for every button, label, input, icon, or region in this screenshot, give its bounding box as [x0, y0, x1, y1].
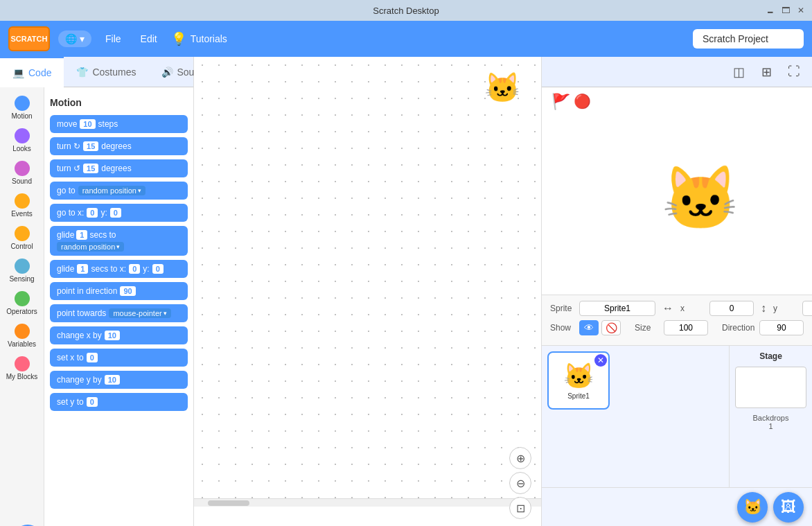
stage-view-small-button[interactable]: ◫	[727, 61, 750, 83]
sprite-card-image: 🐱	[563, 362, 594, 391]
fullscreen-button[interactable]: ⛶	[783, 61, 805, 83]
variables-label: Variables	[8, 340, 36, 348]
sprite-properties: Sprite ↔ x ↕ y Show 👁 🚫 Size Direction	[542, 295, 812, 346]
sprite-direction-input[interactable]	[759, 320, 804, 335]
tab-costumes[interactable]: 👕 Costumes	[64, 57, 148, 87]
direction-label: Direction	[722, 323, 752, 333]
small-stage-icon: ◫	[733, 64, 745, 80]
zoom-out-button[interactable]: ⊖	[509, 472, 531, 494]
looks-dot	[15, 128, 30, 143]
sidebar-item-looks[interactable]: Looks	[2, 125, 42, 155]
file-menu-button[interactable]: File	[100, 30, 127, 47]
sensing-dot	[15, 258, 30, 274]
sidebar-item-operators[interactable]: Operators	[2, 288, 42, 318]
control-dot	[15, 226, 30, 241]
show-label: Show	[550, 323, 572, 333]
block-goto-rand[interactable]: go to random position	[50, 182, 188, 200]
looks-label: Looks	[12, 145, 31, 152]
sidebar-item-motion[interactable]: Motion	[2, 93, 42, 123]
stage-sprite: 🐱	[662, 162, 739, 235]
sprite-canvas-preview: 🐱	[484, 71, 520, 105]
block-set-x[interactable]: set x to 0	[50, 349, 188, 367]
block-turn-ccw[interactable]: turn ↺ 15 degrees	[50, 159, 188, 177]
titlebar-title: Scratch Desktop	[373, 6, 439, 16]
stage-area: 🚩 🔴 🐱	[542, 87, 812, 295]
tab-bar: 💻 Code 👕 Costumes 🔊 Sounds	[0, 57, 193, 87]
block-turn-cw[interactable]: turn ↻ 15 degrees	[50, 137, 188, 155]
code-tab-icon: 💻	[12, 67, 24, 78]
sprite-size-input[interactable]	[664, 320, 708, 335]
show-visible-button[interactable]: 👁	[579, 320, 599, 335]
zoom-in-icon: ⊕	[516, 452, 525, 465]
add-sprite-button[interactable]: 🐱	[737, 492, 768, 523]
block-move[interactable]: move 10 steps	[50, 115, 188, 133]
sprite-list-area: ✕ 🐱 Sprite1 Stage Backdrops 1	[542, 346, 812, 487]
close-button[interactable]: ✕	[795, 5, 806, 16]
sprite-x-input[interactable]	[709, 301, 754, 316]
sprite-props-row-2: Show 👁 🚫 Size Direction	[550, 320, 804, 335]
operators-dot	[15, 291, 30, 306]
sprite-card-label: Sprite1	[567, 392, 590, 400]
tutorials-button[interactable]: 💡 Tutorials	[171, 31, 227, 46]
sound-label: Sound	[12, 177, 32, 185]
sidebar-item-sound[interactable]: Sound	[2, 158, 42, 188]
sidebar-item-variables[interactable]: Variables	[2, 321, 42, 351]
block-goto-xy[interactable]: go to x: 0 y: 0	[50, 204, 188, 222]
tab-code[interactable]: 💻 Code	[0, 57, 64, 87]
add-backdrop-button[interactable]: 🖼	[773, 492, 804, 523]
sidebar-item-sensing[interactable]: Sensing	[2, 256, 42, 286]
stop-button[interactable]: 🔴	[574, 93, 591, 109]
block-point-dir[interactable]: point in direction 90	[50, 282, 188, 300]
code-tab-label: Code	[28, 67, 51, 78]
block-glide-xy[interactable]: glide 1 secs to x: 0 y: 0	[50, 260, 188, 278]
fit-button[interactable]: ⊡	[509, 497, 531, 519]
block-change-y[interactable]: change y by 10	[50, 371, 188, 389]
block-set-y[interactable]: set y to 0	[50, 393, 188, 411]
width-icon: ↔	[662, 302, 673, 315]
code-canvas: 🐱 ⊕ ⊖ ⊡	[194, 57, 542, 526]
sprite-props-row-1: Sprite ↔ x ↕ y	[550, 301, 804, 316]
canvas-area[interactable]: 🐱	[194, 57, 541, 498]
edit-menu-button[interactable]: Edit	[135, 30, 163, 47]
canvas-dots	[194, 57, 541, 498]
project-name-input[interactable]	[693, 29, 804, 49]
block-point-toward[interactable]: point towards mouse-pointer	[50, 304, 188, 322]
sidebar-item-control[interactable]: Control	[2, 223, 42, 253]
blocks-panel: 💻 Code 👕 Costumes 🔊 Sounds Motion	[0, 57, 194, 526]
sprite-name-input[interactable]	[579, 301, 655, 316]
green-flag-button[interactable]: 🚩	[551, 93, 570, 111]
sprite-delete-button[interactable]: ✕	[594, 354, 607, 367]
sprite-y-input[interactable]	[802, 301, 812, 316]
show-hidden-button[interactable]: 🚫	[601, 320, 621, 335]
sound-dot	[15, 161, 30, 176]
normal-stage-icon: ⊞	[761, 64, 772, 80]
block-change-x[interactable]: change x by 10	[50, 326, 188, 344]
sensing-label: Sensing	[9, 275, 34, 283]
zoom-in-button[interactable]: ⊕	[509, 447, 531, 469]
sidebar-item-myblocks[interactable]: My Blocks	[2, 353, 42, 383]
block-glide-rand[interactable]: glide 1 secs to random position	[50, 226, 188, 256]
stage-view-normal-button[interactable]: ⊞	[755, 61, 777, 83]
events-label: Events	[11, 210, 33, 218]
costumes-tab-label: Costumes	[92, 67, 136, 78]
canvas-controls: ⊕ ⊖ ⊡	[509, 447, 531, 519]
sidebar-item-events[interactable]: Events	[2, 191, 42, 220]
language-button[interactable]: 🌐 ▾	[58, 30, 91, 47]
canvas-scrollbar[interactable]	[194, 498, 541, 507]
minimize-button[interactable]: 🗕	[765, 5, 776, 16]
motion-label: Motion	[11, 112, 32, 120]
blocks-container: Motion Looks Sound Events Control	[0, 87, 193, 526]
stage-controls: ◫ ⊞ ⛶	[542, 57, 812, 87]
events-dot	[15, 193, 30, 209]
y-label: y	[773, 304, 795, 313]
tutorials-label: Tutorials	[191, 33, 227, 44]
stage-thumbnail[interactable]	[735, 367, 806, 408]
sprites-section: ✕ 🐱 Sprite1	[542, 346, 729, 487]
control-label: Control	[10, 243, 33, 250]
stage-section-title: Stage	[735, 351, 806, 361]
maximize-button[interactable]: 🗖	[780, 5, 791, 16]
motion-dot	[15, 96, 30, 111]
backdrops-text: Backdrops	[753, 414, 789, 422]
menubar: SCRATCH 🌐 ▾ File Edit 💡 Tutorials	[0, 21, 812, 57]
sprite-card-sprite1[interactable]: ✕ 🐱 Sprite1	[547, 351, 610, 410]
